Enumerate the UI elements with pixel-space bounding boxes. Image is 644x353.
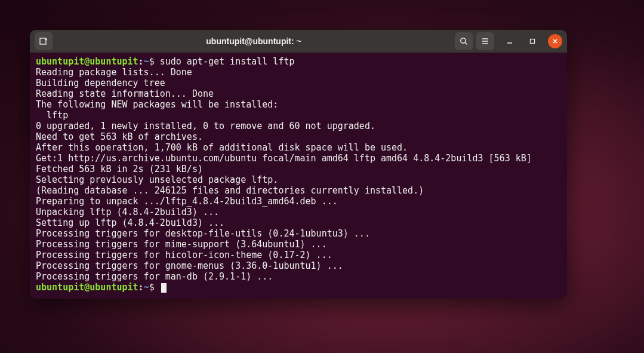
menu-button[interactable] <box>476 32 494 50</box>
prompt-line-2: ubuntupit@ubuntupit:~$ <box>36 282 561 293</box>
maximize-button[interactable] <box>525 34 540 48</box>
terminal-body[interactable]: ubuntupit@ubuntupit:~$ sudo apt-get inst… <box>30 53 567 299</box>
window-title: ubuntupit@ubuntupit: ~ <box>53 36 455 46</box>
output-line: 0 upgraded, 1 newly installed, 0 to remo… <box>36 121 561 131</box>
output-line: Processing triggers for gnome-menus (3.3… <box>36 260 561 271</box>
search-icon <box>459 36 469 46</box>
prompt-dollar: $ <box>149 56 155 67</box>
output-line: Processing triggers for desktop-file-uti… <box>36 228 561 239</box>
search-button[interactable] <box>455 32 473 50</box>
svg-rect-9 <box>531 39 535 44</box>
output-line: Building dependency tree <box>36 78 561 88</box>
command-text: sudo apt-get install lftp <box>160 56 295 67</box>
prompt-colon: : <box>138 56 144 67</box>
prompt-dollar: $ <box>149 282 155 293</box>
output-line: Setting up lftp (4.8.4-2build3) ... <box>36 217 561 228</box>
output-line: After this operation, 1,700 kB of additi… <box>36 142 561 153</box>
prompt-user: ubuntupit@ubuntupit <box>36 56 138 67</box>
output-line: Reading package lists... Done <box>36 67 561 78</box>
minimize-icon <box>506 38 513 45</box>
output-line: lftp <box>36 110 561 121</box>
prompt-user: ubuntupit@ubuntupit <box>36 282 138 293</box>
output-line: Unpacking lftp (4.8.4-2build3) ... <box>36 207 561 217</box>
output-line: Processing triggers for mime-support (3.… <box>36 239 561 250</box>
maximize-icon <box>529 38 536 45</box>
titlebar-right <box>455 32 562 50</box>
titlebar-left <box>35 32 53 50</box>
output-line: Preparing to unpack .../lftp_4.8.4-2buil… <box>36 196 561 207</box>
minimize-button[interactable] <box>503 34 517 48</box>
svg-line-4 <box>465 42 467 44</box>
prompt-line-1: ubuntupit@ubuntupit:~$ sudo apt-get inst… <box>36 56 561 67</box>
new-tab-button[interactable] <box>35 32 53 50</box>
output-line: (Reading database ... 246125 files and d… <box>36 185 561 196</box>
output-line: Reading state information... Done <box>36 88 561 99</box>
output-line: Processing triggers for man-db (2.9.1-1)… <box>36 271 561 282</box>
cursor <box>161 283 167 293</box>
titlebar: ubuntupit@ubuntupit: ~ <box>30 30 567 53</box>
close-icon <box>551 38 559 45</box>
close-button[interactable] <box>548 34 562 48</box>
output-line: Need to get 563 kB of archives. <box>36 131 561 142</box>
prompt-colon: : <box>138 282 144 293</box>
output-line: Get:1 http://us.archive.ubuntu.com/ubunt… <box>36 153 561 164</box>
hamburger-icon <box>480 36 490 46</box>
svg-point-3 <box>461 38 466 43</box>
output-line: Fetched 563 kB in 2s (231 kB/s) <box>36 164 561 174</box>
output-line: Processing triggers for hicolor-icon-the… <box>36 250 561 260</box>
output-line: Selecting previously unselected package … <box>36 174 561 185</box>
terminal-window: ubuntupit@ubuntupit: ~ <box>30 30 567 299</box>
prompt-path: ~ <box>144 56 149 67</box>
prompt-path: ~ <box>144 282 149 293</box>
output-line: The following NEW packages will be insta… <box>36 99 561 110</box>
